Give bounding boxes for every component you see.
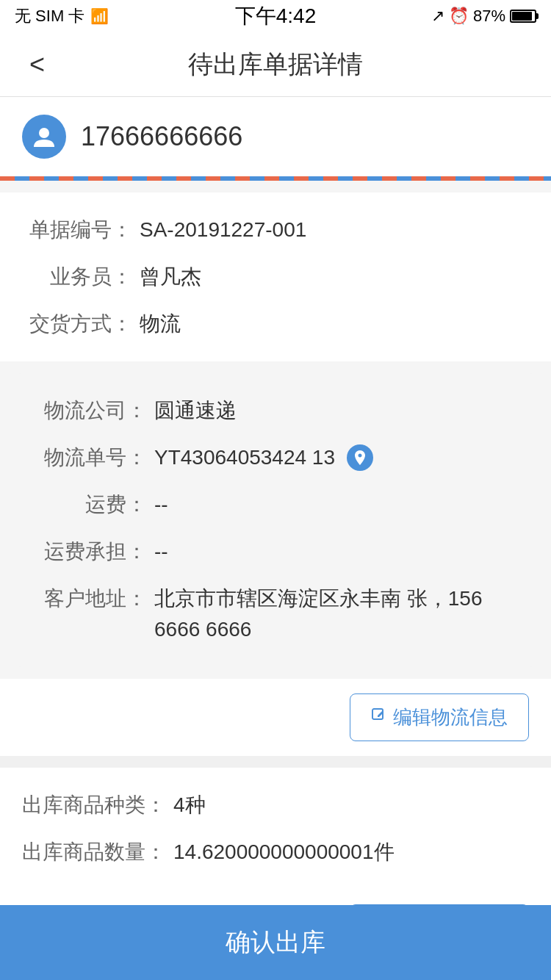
status-left: 无 SIM 卡 📶 bbox=[15, 5, 109, 27]
battery-percent: 87% bbox=[473, 7, 505, 26]
logistics-tracking-label: 物流单号： bbox=[37, 442, 154, 473]
customer-address-value: 北京市市辖区海淀区永丰南 张，156 6666 6666 bbox=[154, 583, 514, 645]
edit-logistics-button[interactable]: 编辑物流信息 bbox=[350, 693, 529, 741]
logistics-tracking-value: YT43064053424 13 bbox=[154, 442, 514, 473]
edit-logistics-label: 编辑物流信息 bbox=[393, 705, 508, 730]
agent-label: 业务员： bbox=[22, 262, 140, 292]
edit-icon bbox=[371, 706, 387, 729]
delivery-method-value: 物流 bbox=[140, 309, 529, 339]
location-icon: ↗ bbox=[431, 7, 444, 26]
document-info-card: 单据编号： SA-20191227-001 业务员： 曾凡杰 交货方式： 物流 bbox=[0, 192, 551, 361]
goods-summary: 出库商品种类： 4种 出库商品数量： 14.620000000000001件 bbox=[0, 768, 551, 890]
page-title: 待出库单据详情 bbox=[188, 48, 363, 82]
customer-header: 17666666666 bbox=[0, 97, 551, 176]
agent-value: 曾凡杰 bbox=[140, 262, 529, 292]
document-number-label: 单据编号： bbox=[22, 215, 140, 245]
agent-row: 业务员： 曾凡杰 bbox=[22, 262, 529, 292]
logistics-company-row: 物流公司： 圆通速递 bbox=[37, 395, 514, 426]
goods-type-count-row: 出库商品种类： 4种 bbox=[22, 790, 529, 821]
customer-phone: 17666666666 bbox=[81, 121, 242, 152]
edit-logistics-section: 编辑物流信息 bbox=[0, 679, 551, 756]
logistics-company-value: 圆通速递 bbox=[154, 395, 514, 426]
confirm-button-label: 确认出库 bbox=[226, 928, 325, 956]
section-separator bbox=[0, 756, 551, 768]
nav-bar: < 待出库单据详情 bbox=[0, 32, 551, 97]
logistics-card: 物流公司： 圆通速递 物流单号： YT43064053424 13 运费： --… bbox=[15, 373, 536, 667]
goods-quantity-label: 出库商品数量： bbox=[22, 837, 173, 868]
document-number-row: 单据编号： SA-20191227-001 bbox=[22, 215, 529, 245]
avatar bbox=[22, 115, 66, 159]
carrier-label: 无 SIM 卡 bbox=[15, 5, 84, 27]
status-time: 下午4:42 bbox=[235, 2, 317, 30]
goods-type-count-label: 出库商品种类： bbox=[22, 790, 173, 821]
status-bar: 无 SIM 卡 📶 下午4:42 ↗ ⏰ 87% bbox=[0, 0, 551, 32]
map-pin-icon[interactable] bbox=[347, 444, 373, 471]
goods-type-count-value: 4种 bbox=[173, 790, 529, 821]
document-number-value: SA-20191227-001 bbox=[140, 215, 529, 245]
freight-value: -- bbox=[154, 489, 514, 520]
back-button[interactable]: < bbox=[22, 42, 52, 87]
freight-label: 运费： bbox=[37, 489, 154, 520]
dashed-divider bbox=[0, 176, 551, 181]
goods-quantity-row: 出库商品数量： 14.620000000000001件 bbox=[22, 837, 529, 868]
svg-point-0 bbox=[39, 128, 49, 138]
delivery-method-row: 交货方式： 物流 bbox=[22, 309, 529, 339]
logistics-tracking-row: 物流单号： YT43064053424 13 bbox=[37, 442, 514, 473]
customer-address-row: 客户地址： 北京市市辖区海淀区永丰南 张，156 6666 6666 bbox=[37, 583, 514, 645]
alarm-icon: ⏰ bbox=[449, 7, 469, 26]
customer-address-label: 客户地址： bbox=[37, 583, 154, 614]
status-right: ↗ ⏰ 87% bbox=[431, 7, 536, 26]
goods-quantity-value: 14.620000000000001件 bbox=[173, 837, 529, 868]
logistics-company-label: 物流公司： bbox=[37, 395, 154, 426]
freight-bearer-value: -- bbox=[154, 536, 514, 567]
wifi-icon: 📶 bbox=[90, 7, 109, 25]
freight-bearer-label: 运费承担： bbox=[37, 536, 154, 567]
freight-row: 运费： -- bbox=[37, 489, 514, 520]
freight-bearer-row: 运费承担： -- bbox=[37, 536, 514, 567]
battery-icon bbox=[510, 10, 536, 23]
confirm-button[interactable]: 确认出库 bbox=[0, 905, 551, 980]
delivery-method-label: 交货方式： bbox=[22, 309, 140, 339]
